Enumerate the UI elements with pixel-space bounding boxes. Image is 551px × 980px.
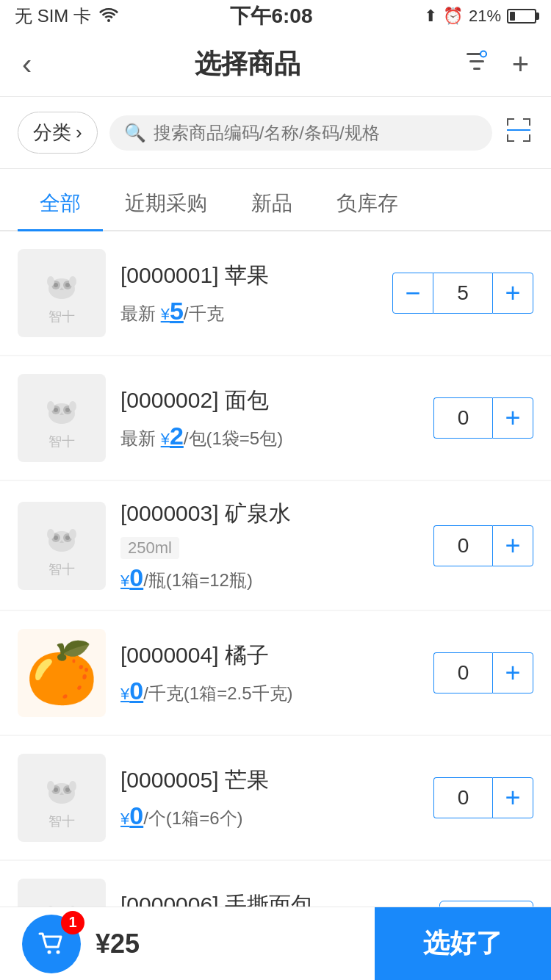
filter-bar: 分类 › 🔍: [0, 97, 551, 169]
cart-area: 1 ¥25: [0, 915, 375, 973]
battery-icon: [507, 9, 536, 24]
confirm-button[interactable]: 选好了: [375, 907, 551, 981]
category-label: 分类: [33, 120, 71, 145]
svg-point-43: [47, 781, 54, 791]
search-input[interactable]: [154, 123, 478, 143]
product-name-2: [0000003] 矿泉水: [120, 499, 419, 529]
product-info-3: [0000004] 橘子 ¥0/千克(1箱=2.5千克): [120, 641, 419, 705]
search-icon: 🔍: [124, 123, 146, 143]
qty-minus-0[interactable]: −: [392, 273, 433, 314]
carrier-label: 无 SIM 卡: [15, 4, 91, 28]
svg-point-20: [69, 276, 76, 287]
svg-rect-2: [473, 68, 480, 70]
svg-point-40: [54, 788, 58, 792]
svg-rect-9: [507, 134, 508, 142]
qty-input-1[interactable]: [433, 397, 492, 439]
svg-point-28: [69, 401, 76, 411]
qty-control-4: +: [433, 777, 533, 818]
nav-icons: +: [464, 48, 529, 81]
product-name-3: [0000004] 橘子: [120, 641, 419, 671]
wifi-icon: [98, 6, 119, 26]
qty-input-4[interactable]: [433, 777, 492, 818]
qty-plus-4[interactable]: +: [492, 777, 533, 818]
table-row: 智十 [0000002] 面包 最新 ¥2/包(1袋=5包) +: [0, 356, 551, 480]
location-icon: ⬆: [424, 7, 437, 26]
product-spec-2: 250ml: [120, 537, 179, 559]
tab-recent[interactable]: 近期采购: [103, 181, 229, 231]
svg-rect-7: [529, 118, 530, 126]
qty-control-3: +: [433, 652, 533, 693]
svg-point-24: [54, 408, 58, 412]
scan-icon[interactable]: [504, 115, 533, 151]
qty-control-0: − +: [392, 273, 533, 314]
product-price-0: 最新 ¥5/千克: [120, 297, 378, 325]
svg-point-62: [57, 950, 60, 954]
product-list: 智十 [0000001] 苹果 最新 ¥5/千克 − +: [0, 231, 551, 980]
alarm-icon: ⏰: [443, 7, 463, 26]
qty-input-2[interactable]: [433, 525, 492, 566]
time-label: 下午6:08: [230, 2, 312, 30]
bottom-bar: 1 ¥25 选好了: [0, 907, 551, 980]
qty-input-3[interactable]: [433, 652, 492, 693]
qty-plus-3[interactable]: +: [492, 652, 533, 693]
product-info-1: [0000002] 面包 最新 ¥2/包(1袋=5包): [120, 386, 419, 450]
tab-new[interactable]: 新品: [229, 181, 314, 231]
status-bar: 无 SIM 卡 下午6:08 ⬆ ⏰ 21%: [0, 0, 551, 32]
product-price-2: ¥0/瓶(1箱=12瓶): [120, 563, 419, 592]
table-row: 智十 [0000003] 矿泉水 250ml ¥0/瓶(1箱=12瓶) +: [0, 481, 551, 610]
product-name-0: [0000001] 苹果: [120, 261, 378, 291]
qty-plus-1[interactable]: +: [492, 397, 533, 439]
page-title: 选择商品: [195, 46, 300, 82]
table-row: 智十 [0000005] 芒果 ¥0/个(1箱=6个) +: [0, 736, 551, 860]
cart-badge: 1: [61, 911, 84, 934]
category-button[interactable]: 分类 ›: [18, 112, 98, 154]
svg-point-16: [54, 283, 58, 287]
product-price-4: ¥0/个(1箱=6个): [120, 801, 419, 830]
svg-rect-11: [529, 134, 530, 142]
tab-bar: 全部 近期采购 新品 负库存: [0, 169, 551, 231]
category-chevron: ›: [76, 121, 82, 144]
back-button[interactable]: ‹: [22, 48, 32, 81]
product-info-0: [0000001] 苹果 最新 ¥5/千克: [120, 261, 378, 325]
product-image-0: 智十: [18, 249, 106, 337]
svg-rect-5: [507, 118, 508, 126]
search-wrap: 🔍: [109, 115, 492, 151]
product-price-1: 最新 ¥2/包(1袋=5包): [120, 422, 419, 450]
table-row: 智十 [0000001] 苹果 最新 ¥5/千克 − +: [0, 231, 551, 355]
product-image-2: 智十: [18, 502, 106, 590]
svg-point-3: [480, 51, 486, 57]
svg-point-33: [65, 536, 70, 540]
tab-negative[interactable]: 负库存: [314, 181, 420, 231]
filter-icon[interactable]: [464, 48, 490, 81]
status-right: ⬆ ⏰ 21%: [424, 7, 536, 26]
qty-plus-0[interactable]: +: [492, 273, 533, 314]
svg-point-61: [48, 950, 51, 954]
qty-control-2: +: [433, 525, 533, 566]
svg-point-41: [65, 788, 70, 792]
svg-point-25: [65, 408, 70, 412]
svg-point-35: [47, 529, 54, 539]
cart-total: ¥25: [96, 929, 140, 959]
svg-point-17: [65, 283, 70, 287]
qty-plus-2[interactable]: +: [492, 525, 533, 566]
svg-rect-1: [469, 60, 484, 62]
battery-percent: 21%: [469, 7, 501, 26]
svg-point-27: [47, 401, 54, 411]
svg-point-44: [69, 781, 76, 791]
product-info-4: [0000005] 芒果 ¥0/个(1箱=6个): [120, 765, 419, 830]
svg-rect-12: [507, 129, 530, 131]
qty-input-0[interactable]: [433, 273, 492, 314]
product-name-4: [0000005] 芒果: [120, 765, 419, 796]
product-info-2: [0000003] 矿泉水 250ml ¥0/瓶(1箱=12瓶): [120, 499, 419, 592]
product-image-1: 智十: [18, 374, 106, 462]
qty-control-1: +: [433, 397, 533, 439]
add-button[interactable]: +: [512, 48, 529, 81]
svg-point-32: [54, 536, 58, 540]
tab-all[interactable]: 全部: [18, 181, 103, 231]
status-left: 无 SIM 卡: [15, 4, 119, 28]
nav-bar: ‹ 选择商品 +: [0, 32, 551, 97]
product-image-4: 智十: [18, 754, 106, 842]
product-name-1: [0000002] 面包: [120, 386, 419, 416]
product-image-3: 🍊: [18, 629, 106, 717]
cart-icon-wrap[interactable]: 1: [22, 915, 81, 973]
